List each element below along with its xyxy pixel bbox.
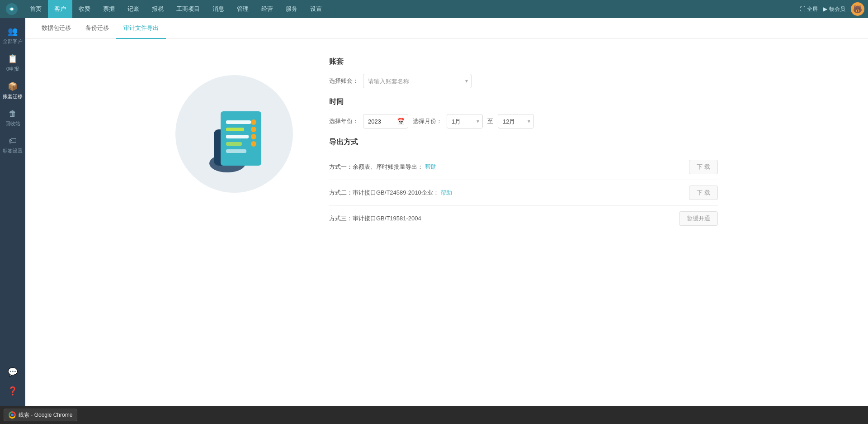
nav-manage[interactable]: 管理: [231, 0, 255, 18]
year-input-wrap: 📅: [363, 114, 408, 129]
help-icon: ❓: [8, 386, 18, 396]
avatar[interactable]: 🐻: [851, 2, 864, 16]
sidebar: 👥 全部客户 📋 0申报 📦 账套迁移 🗑 回收站 🏷 标签设置 💬 ❓: [0, 18, 25, 406]
tab-bar: 数据包迁移 备份迁移 审计文件导出: [25, 18, 868, 39]
tab-data-migration[interactable]: 数据包迁移: [34, 18, 78, 39]
method-2-download-button[interactable]: 下 载: [689, 186, 718, 200]
sidebar-item-label: 标签设置: [3, 148, 23, 154]
svg-rect-5: [226, 120, 251, 124]
illustration-area: [175, 75, 293, 193]
method-1-help-link[interactable]: 帮助: [425, 163, 437, 170]
top-nav: 首页 客户 收费 票据 记账 报税 工商项目 消息 管理 经营 服务 设置 ⛶ …: [0, 0, 868, 18]
method-2-label: 方式二：审计接口GB/T24589-2010企业： 帮助: [329, 189, 689, 197]
export-method-2: 方式二：审计接口GB/T24589-2010企业： 帮助 下 载: [329, 180, 718, 206]
nav-invoices[interactable]: 票据: [97, 0, 121, 18]
account-label: 选择账套：: [329, 77, 359, 85]
svg-point-11: [251, 127, 256, 132]
nav-messages[interactable]: 消息: [206, 0, 231, 18]
sidebar-item-label: 0申报: [6, 66, 19, 72]
sidebar-item-tag-settings[interactable]: 🏷 标签设置: [0, 132, 25, 159]
nav-items: 首页 客户 收费 票据 记账 报税 工商项目 消息 管理 经营 服务 设置: [24, 0, 800, 18]
member-label: 畅会员: [829, 5, 845, 13]
svg-rect-8: [226, 142, 242, 146]
zero-declare-icon: 📋: [8, 54, 18, 64]
nav-right: ⛶ 全屏 ▶ 畅会员 🐻: [800, 2, 864, 16]
svg-point-12: [251, 134, 256, 139]
all-customers-icon: 👥: [8, 26, 18, 36]
nav-home[interactable]: 首页: [24, 0, 48, 18]
export-method-1: 方式一：余额表、序时账批量导出： 帮助 下 载: [329, 154, 718, 180]
time-row: 📅 选择月份： 1月 2月 3月 4月 5月 6月: [363, 114, 534, 129]
account-section-title: 账套: [329, 57, 718, 67]
export-section-title: 导出方式: [329, 138, 718, 147]
year-input[interactable]: [363, 114, 408, 129]
method-2-help-link[interactable]: 帮助: [440, 189, 452, 196]
svg-rect-9: [226, 149, 246, 153]
fullscreen-label: 全屏: [807, 5, 818, 13]
method-1-download-button[interactable]: 下 载: [689, 160, 718, 174]
chrome-icon: [9, 411, 16, 419]
form-area: 账套 选择账套： 请输入账套名称 时间 选择年份：: [329, 57, 718, 231]
nav-customers[interactable]: 客户: [48, 0, 72, 18]
sidebar-item-account-migration[interactable]: 📦 账套迁移: [0, 77, 25, 105]
taskbar-item-label: 线索 - Google Chrome: [19, 411, 72, 419]
account-select[interactable]: 请输入账套名称: [363, 74, 472, 88]
main-layout: 👥 全部客户 📋 0申报 📦 账套迁移 🗑 回收站 🏷 标签设置 💬 ❓: [0, 18, 868, 406]
month-start-select[interactable]: 1月 2月 3月 4月 5月 6月 7月 8月 9月 10月: [447, 114, 483, 129]
to-text: 至: [487, 117, 493, 125]
nav-settings[interactable]: 设置: [304, 0, 328, 18]
sidebar-item-label: 账套迁移: [3, 93, 23, 100]
sidebar-item-all-customers[interactable]: 👥 全部客户: [0, 22, 25, 49]
nav-operations[interactable]: 经营: [255, 0, 279, 18]
account-migration-icon: 📦: [8, 81, 18, 91]
content-area: 数据包迁移 备份迁移 审计文件导出: [25, 18, 868, 406]
sidebar-item-label: 回收站: [5, 120, 20, 127]
sidebar-item-label: 全部客户: [3, 38, 23, 45]
tag-icon: 🏷: [9, 136, 17, 146]
nav-business[interactable]: 工商项目: [170, 0, 206, 18]
month-end-select-wrap: 1月 2月 3月 4月 5月 6月 7月 8月 9月 10月: [498, 114, 534, 129]
fullscreen-icon: ⛶: [800, 6, 805, 12]
month-label: 选择月份：: [413, 117, 442, 125]
svg-point-13: [251, 141, 256, 147]
svg-rect-6: [226, 128, 244, 131]
month-end-select[interactable]: 1月 2月 3月 4月 5月 6月 7月 8月 9月 10月: [498, 114, 534, 129]
nav-bookkeeping[interactable]: 记账: [121, 0, 146, 18]
month-start-select-wrap: 1月 2月 3月 4月 5月 6月 7月 8月 9月 10月: [447, 114, 483, 129]
member-button[interactable]: ▶ 畅会员: [823, 5, 845, 13]
svg-point-1: [10, 8, 13, 10]
chat-icon: 💬: [8, 367, 18, 377]
recycle-icon: 🗑: [9, 109, 17, 119]
time-section-title: 时间: [329, 97, 718, 107]
page-content: 账套 选择账套： 请输入账套名称 时间 选择年份：: [25, 39, 868, 406]
account-form-row: 选择账套： 请输入账套名称: [329, 74, 718, 88]
taskbar-chrome-item[interactable]: 线索 - Google Chrome: [4, 409, 77, 421]
export-container: 账套 选择账套： 请输入账套名称 时间 选择年份：: [175, 57, 718, 231]
tab-backup-migration[interactable]: 备份迁移: [78, 18, 116, 39]
svg-point-10: [251, 119, 256, 125]
time-label: 选择年份：: [329, 117, 359, 125]
sidebar-item-zero-declare[interactable]: 📋 0申报: [0, 49, 25, 77]
time-form-row: 选择年份： 📅 选择月份： 1月 2月 3月: [329, 114, 718, 129]
nav-fees[interactable]: 收费: [72, 0, 97, 18]
nav-service[interactable]: 服务: [279, 0, 304, 18]
method-3-label: 方式三：审计接口GB/T19581-2004: [329, 214, 679, 223]
nav-tax[interactable]: 报税: [146, 0, 170, 18]
sidebar-item-chat[interactable]: 💬: [0, 362, 25, 381]
tab-audit-export[interactable]: 审计文件导出: [116, 18, 166, 39]
sidebar-item-recycle[interactable]: 🗑 回收站: [0, 105, 25, 132]
illustration-circle: [175, 75, 293, 193]
sidebar-bottom: 💬 ❓: [0, 362, 25, 406]
taskbar: 线索 - Google Chrome: [0, 406, 868, 424]
member-icon: ▶: [823, 6, 827, 12]
sidebar-item-help[interactable]: ❓: [0, 381, 25, 400]
app-logo[interactable]: [4, 1, 20, 17]
account-select-wrap: 请输入账套名称: [363, 74, 472, 88]
svg-rect-7: [226, 135, 249, 138]
export-method-3: 方式三：审计接口GB/T19581-2004 暂缓开通: [329, 206, 718, 231]
fullscreen-button[interactable]: ⛶ 全屏: [800, 5, 818, 13]
method-3-vip-button[interactable]: 暂缓开通: [679, 211, 718, 226]
method-1-label: 方式一：余额表、序时账批量导出： 帮助: [329, 163, 689, 171]
